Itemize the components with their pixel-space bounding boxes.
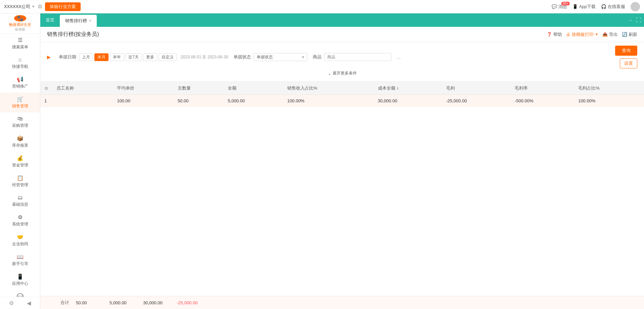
sidebar-item-finance[interactable]: 💰 资金管理 <box>0 152 40 171</box>
sidebar-item-wechat[interactable]: 💬 企业微信 <box>0 290 40 297</box>
print-dropdown-arrow[interactable]: ▼ <box>595 33 598 36</box>
goods-input[interactable] <box>324 53 391 61</box>
phone-icon: 📱 <box>572 4 578 9</box>
sidebar-item-operations[interactable]: 📋 经营管理 <box>0 171 40 191</box>
goods-dots-button[interactable]: ... <box>397 54 401 60</box>
headset-icon: 🎧 <box>601 4 606 9</box>
tab-maximize-icon[interactable]: ⛶ <box>636 17 641 23</box>
logo-text: 畅捷通好生意 <box>9 22 31 27</box>
company-selector[interactable]: XXXXXX公司 ▼ <box>4 4 35 10</box>
enterprise-icon: 🤝 <box>17 234 24 240</box>
table-header: ⚙ 员工名称 平均单价 主数量 全额 销售收入占比% 成本全额 ℹ 毛利 <box>40 82 644 95</box>
message-button[interactable]: 💬 消息 99+ <box>552 4 567 10</box>
refresh-icon: 🔄 <box>622 32 627 37</box>
col-employee: 员工名称 <box>52 82 113 95</box>
col-settings-icon[interactable]: ⚙ <box>44 86 48 91</box>
page-header-actions: ❓ 帮助 🖨 按模板打印 ▼ 📤 导出 🔄 刷新 <box>547 32 637 38</box>
query-button[interactable]: 查询 <box>615 46 637 56</box>
tab-minimize-icon[interactable]: － <box>628 17 633 24</box>
print-button[interactable]: 🖨 按模板打印 ▼ <box>566 32 598 38</box>
sidebar-item-guide[interactable]: 📖 新手引导 <box>0 250 40 270</box>
finance-icon: 💰 <box>17 155 24 161</box>
sidebar-item-label: 企业协同 <box>12 241 28 247</box>
col-settings: ⚙ <box>40 82 52 95</box>
tab-home[interactable]: 首页 <box>40 13 60 27</box>
date-range: 2023-06-01 至 2023-06-30 <box>181 54 228 60</box>
refresh-button[interactable]: 🔄 刷新 <box>622 32 637 38</box>
date-label: 单据日期 <box>59 54 76 60</box>
tab-bar-right: － ⛶ <box>628 17 644 24</box>
tab-home-label: 首页 <box>46 17 54 23</box>
export-button[interactable]: 📤 导出 <box>602 32 618 38</box>
cost-info-icon[interactable]: ℹ <box>397 86 398 90</box>
table-header-row: ⚙ 员工名称 平均单价 主数量 全额 销售收入占比% 成本全额 ℹ 毛利 <box>40 82 644 95</box>
tab-sales-rank-label: 销售排行榜 <box>65 18 87 24</box>
footer-amount: 5,000.00 <box>110 300 136 305</box>
sidebar-item-purchase[interactable]: 🛍 采购管理 <box>0 112 40 132</box>
col-main-qty: 主数量 <box>174 82 224 95</box>
avatar[interactable] <box>631 2 640 11</box>
sidebar: 🐾 畅捷通好生意 标准版 ☰ 搜索菜单 ⌂ 快捷导航 📢 营销推广 🛒 销售管理 <box>0 13 40 309</box>
expand-more-button[interactable]: ⌄ 展开更多条件 <box>328 70 357 76</box>
date-btn-7days[interactable]: 近7天 <box>125 53 142 61</box>
settings-icon[interactable]: ⚙ <box>38 3 42 10</box>
date-btn-last-month[interactable]: 上月 <box>79 53 93 61</box>
table-body: 1 100.00 50.00 5,000.00 100.00% 30,000.0… <box>40 95 644 107</box>
date-buttons: 上月 本月 本年 近7天 更多 自定义 <box>79 53 177 61</box>
trial-button[interactable]: 体验行业方案 <box>45 2 81 11</box>
table-row: 1 100.00 50.00 5,000.00 100.00% 30,000.0… <box>40 95 644 107</box>
online-service-button[interactable]: 🎧 在线客服 <box>601 4 625 10</box>
message-badge: 99+ <box>561 2 570 5</box>
col-cost-amount: 成本全额 ℹ <box>374 82 442 95</box>
settings-button[interactable]: 设置 <box>620 58 637 68</box>
cell-employee <box>52 95 113 107</box>
sidebar-collapse-icon[interactable]: ◀ <box>27 300 31 306</box>
tab-close-icon[interactable]: × <box>89 18 91 23</box>
date-btn-current-month[interactable]: 本月 <box>94 53 109 61</box>
status-select[interactable]: 单据状态 <box>254 53 307 61</box>
footer-gross: -25,000.00 <box>177 300 204 305</box>
export-label: 导出 <box>609 32 618 38</box>
filter-collapse-arrow[interactable]: ▶ <box>47 54 51 60</box>
filter-row: ▶ 单据日期 上月 本月 本年 近7天 更多 自定义 2023-06-01 至 … <box>47 46 637 68</box>
sidebar-item-enterprise[interactable]: 🤝 企业协同 <box>0 230 40 250</box>
date-btn-current-year[interactable]: 本年 <box>110 53 124 61</box>
sidebar-item-basic-info[interactable]: 🗂 基础信息 <box>0 191 40 211</box>
cell-gross-rate: -500.00% <box>511 95 574 107</box>
tab-sales-rank[interactable]: 销售排行榜 × <box>60 15 97 27</box>
company-dropdown-arrow[interactable]: ▼ <box>32 5 35 8</box>
sidebar-item-label: 新手引导 <box>12 261 28 267</box>
app-center-icon: 📱 <box>17 273 24 280</box>
cell-rank: 1 <box>40 95 52 107</box>
help-label: 帮助 <box>553 32 562 38</box>
table-container: ⚙ 员工名称 平均单价 主数量 全额 销售收入占比% 成本全额 ℹ 毛利 <box>40 82 644 296</box>
sidebar-item-quick-nav[interactable]: ⌂ 快捷导航 <box>0 53 40 73</box>
app-label: App下载 <box>579 4 596 10</box>
cell-amount: 5,000.00 <box>224 95 283 107</box>
sidebar-item-label: 快捷导航 <box>12 64 28 69</box>
col-sales-pct: 销售收入占比% <box>283 82 374 95</box>
sidebar-settings-icon[interactable]: ⚙ <box>9 300 14 306</box>
sidebar-item-inventory[interactable]: 📦 库存核算 <box>0 132 40 152</box>
sidebar-item-label: 库存核算 <box>12 143 28 148</box>
date-btn-custom[interactable]: 自定义 <box>159 53 177 61</box>
status-label: 单据状态 <box>233 54 251 60</box>
sidebar-item-system[interactable]: ⚙ 系统管理 <box>0 211 40 230</box>
print-label: 按模板打印 <box>572 32 594 38</box>
footer-label: 合计 <box>44 300 69 306</box>
app-download-button[interactable]: 📱 App下载 <box>572 4 596 10</box>
basic-info-icon: 🗂 <box>17 195 23 201</box>
sidebar-item-sales[interactable]: 🛒 销售管理 <box>0 93 40 112</box>
cell-cost-amount: 30,000.00 <box>374 95 442 107</box>
cell-gross: -25,000.00 <box>442 95 511 107</box>
sidebar-item-label: 应用中心 <box>12 281 28 287</box>
sidebar-item-search-orders[interactable]: ☰ 搜索菜单 <box>0 34 40 53</box>
sidebar-item-marketing[interactable]: 📢 营销推广 <box>0 73 40 93</box>
date-btn-more[interactable]: 更多 <box>143 53 157 61</box>
logo-icon: 🐾 <box>14 15 26 21</box>
message-icon: 💬 <box>552 4 557 9</box>
sidebar-item-app-center[interactable]: 📱 应用中心 <box>0 270 40 290</box>
help-button[interactable]: ❓ 帮助 <box>547 32 562 38</box>
sidebar-item-label: 采购管理 <box>12 123 28 128</box>
top-bar: XXXXXX公司 ▼ ⚙ 体验行业方案 💬 消息 99+ 📱 App下载 🎧 在… <box>0 0 644 13</box>
